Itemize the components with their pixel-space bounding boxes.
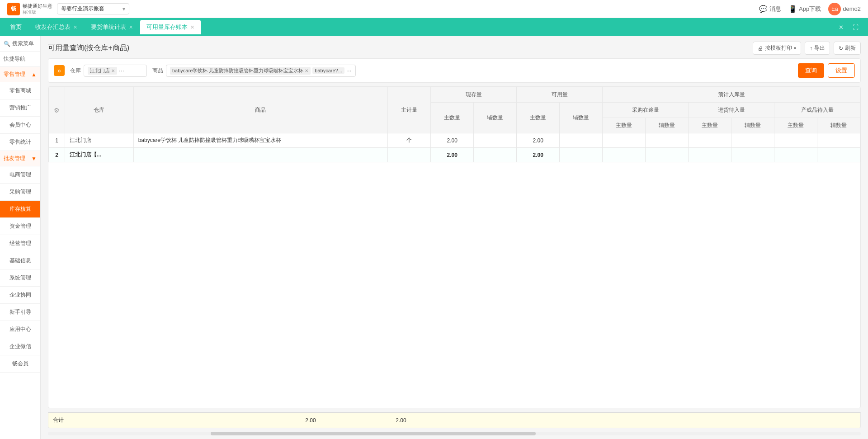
new-guide-label: 新手引导 xyxy=(9,309,31,315)
template-print-label: 按模板打印 xyxy=(765,44,792,52)
sidebar-item-app-center[interactable]: 应用中心 xyxy=(0,321,40,338)
column-settings-icon[interactable]: ⚙ xyxy=(54,107,60,114)
footer-current-main-total: 2.00 xyxy=(288,417,333,424)
refresh-label: 刷新 xyxy=(845,44,856,52)
sidebar-quick-nav[interactable]: 快捷导航 xyxy=(0,52,40,67)
page-title: 可用量查询(按仓库+商品) xyxy=(48,43,129,53)
scrollbar-thumb[interactable] xyxy=(211,432,536,435)
sidebar-item-purchase[interactable]: 采购管理 xyxy=(0,184,40,201)
logo-icon: 畅 xyxy=(7,3,20,15)
row2-pur-transit-main xyxy=(603,148,646,162)
th-current-main-qty: 主数量 xyxy=(431,103,474,133)
product-filter-group: 商品 babycare学饮杯 儿童防摔防撞吸管杯重力球吸嘴杯宝宝水杯 ✕ bab… xyxy=(152,65,356,77)
logo-area: 畅 畅捷通好生意 标准版 xyxy=(7,3,52,15)
th-forecast-inbound-group: 预计入库量 xyxy=(603,87,860,103)
query-btn[interactable]: 查询 xyxy=(798,63,824,78)
marketing-label: 营销推广 xyxy=(9,104,31,111)
close-order-stats-icon[interactable]: ✕ xyxy=(129,24,133,30)
row1-avail-main: 2.00 xyxy=(517,133,560,148)
sidebar-item-operations[interactable]: 经营管理 xyxy=(0,235,40,252)
close-available-ledger-icon[interactable]: ✕ xyxy=(190,24,194,30)
refresh-icon: ↻ xyxy=(839,45,843,52)
settings-btn[interactable]: 设置 xyxy=(828,63,855,78)
footer-avail-main-total: 2.00 xyxy=(378,417,424,424)
home-tab-label: 首页 xyxy=(10,23,22,31)
quick-nav-label: 快捷导航 xyxy=(4,56,25,62)
sidebar-item-new-guide[interactable]: 新手引导 xyxy=(0,304,40,321)
warehouse-tag-value: 江北门店 xyxy=(90,67,110,74)
row2-avail-main: 2.00 xyxy=(517,148,560,162)
close-receive-summary-icon[interactable]: ✕ xyxy=(73,24,77,30)
tab-available-ledger[interactable]: 可用量库存账本 ✕ xyxy=(140,20,201,34)
expand-icon: » xyxy=(57,67,61,74)
row1-pur-transit-aux xyxy=(646,133,689,148)
industry-selector[interactable]: 母婴行业演示账套 ▾ xyxy=(57,3,129,14)
nav-actions: ✕ ⛶ xyxy=(835,22,864,33)
sidebar-item-enterprise[interactable]: 企业协同 xyxy=(0,287,40,304)
maximize-window-btn[interactable]: ⛶ xyxy=(850,22,861,33)
row2-inbound-main xyxy=(689,148,731,162)
th-pur-transit-main: 主数量 xyxy=(603,118,646,133)
sidebar-item-retail-stats[interactable]: 零售统计 xyxy=(0,134,40,151)
user-menu-btn[interactable]: Ea demo2 xyxy=(828,3,861,15)
row2-product-aux xyxy=(817,148,860,162)
message-btn[interactable]: 💬 消息 xyxy=(759,5,781,13)
sidebar-item-inventory[interactable]: 库存核算 xyxy=(0,201,40,218)
sidebar-item-member-vip[interactable]: 畅会员 xyxy=(0,355,40,373)
main-layout: 🔍 搜索菜单 快捷导航 零售管理 ▲ 零售商城 营销推广 会员中心 零售统计 批… xyxy=(0,36,868,439)
th-current-aux-qty: 辅数量 xyxy=(474,103,517,133)
receive-summary-label: 收发存汇总表 xyxy=(35,23,71,31)
th-product-main: 主数量 xyxy=(774,118,817,133)
sidebar-item-member-center[interactable]: 会员中心 xyxy=(0,117,40,134)
row1-product-aux xyxy=(817,133,860,148)
sidebar-search[interactable]: 🔍 搜索菜单 xyxy=(0,36,40,52)
chevron-down-icon: ▾ xyxy=(794,46,796,51)
order-stats-label: 要货单统计表 xyxy=(91,23,126,31)
th-inbound-main: 主数量 xyxy=(689,118,731,133)
sidebar-item-marketing[interactable]: 营销推广 xyxy=(0,99,40,117)
sidebar-item-retail-mgmt[interactable]: 零售管理 ▲ xyxy=(0,67,40,82)
system-mgmt-label: 系统管理 xyxy=(9,274,31,281)
th-product: 商品 xyxy=(133,87,388,133)
row1-product-main xyxy=(774,133,817,148)
product-more-btn[interactable]: ··· xyxy=(346,67,352,74)
product-input[interactable]: babycare学饮杯 儿童防摔防撞吸管杯重力球吸嘴杯宝宝水杯 ✕ babyca… xyxy=(166,65,356,77)
sidebar-item-finance[interactable]: 资金管理 xyxy=(0,218,40,235)
table-row: 2 江北门店【... 2.00 2.00 xyxy=(49,148,860,162)
row2-pur-transit-aux xyxy=(646,148,689,162)
warehouse-tag-remove[interactable]: ✕ xyxy=(111,68,115,73)
th-available-group: 可用量 xyxy=(517,87,603,103)
row2-index: 2 xyxy=(49,148,65,162)
th-warehouse: 仓库 xyxy=(65,87,134,133)
sidebar-item-system-mgmt[interactable]: 系统管理 xyxy=(0,269,40,287)
close-window-btn[interactable]: ✕ xyxy=(835,22,846,33)
enterprise-wechat-label: 企业微信 xyxy=(9,343,31,349)
template-print-btn[interactable]: 🖨 按模板打印 ▾ xyxy=(753,42,801,55)
tab-order-stats[interactable]: 要货单统计表 ✕ xyxy=(85,20,139,34)
refresh-btn[interactable]: ↻ 刷新 xyxy=(834,42,861,55)
sidebar-item-enterprise-wechat[interactable]: 企业微信 xyxy=(0,338,40,355)
product-tag-1-remove[interactable]: ✕ xyxy=(305,68,308,73)
export-btn[interactable]: ↑ 导出 xyxy=(805,42,830,55)
sidebar-item-retail-mall[interactable]: 零售商城 xyxy=(0,82,40,99)
sidebar-item-ecommerce[interactable]: 电商管理 xyxy=(0,166,40,184)
user-avatar: Ea xyxy=(828,3,841,15)
warehouse-input[interactable]: 江北门店 ✕ ··· xyxy=(84,65,147,77)
horizontal-scrollbar[interactable] xyxy=(48,432,861,435)
app-center-label: 应用中心 xyxy=(9,326,31,332)
data-table: ⚙ 仓库 商品 主计量 现存量 可用量 预计入库量 主数量 辅数量 主数量 辅数… xyxy=(48,87,860,162)
purchase-label: 采购管理 xyxy=(9,189,31,195)
tab-home[interactable]: 首页 xyxy=(4,20,28,34)
tab-receive-summary[interactable]: 收发存汇总表 ✕ xyxy=(29,20,84,34)
row2-avail-aux xyxy=(560,148,603,162)
filter-expand-btn[interactable]: » xyxy=(54,65,65,76)
nav-tabs: 首页 收发存汇总表 ✕ 要货单统计表 ✕ 可用量库存账本 ✕ ✕ ⛶ xyxy=(0,18,868,36)
row2-unit xyxy=(388,148,431,162)
sidebar-item-wholesale-mgmt[interactable]: 批发管理 ▼ xyxy=(0,151,40,166)
app-download-btn[interactable]: 📱 App下载 xyxy=(788,5,821,13)
th-pur-transit-aux: 辅数量 xyxy=(646,118,689,133)
warehouse-more-btn[interactable]: ··· xyxy=(119,67,124,74)
industry-label: 母婴行业演示账套 xyxy=(61,5,104,13)
row1-product: babycare学饮杯 儿童防摔防撞吸管杯重力球吸嘴杯宝宝水杯 xyxy=(133,133,388,148)
sidebar-item-basic-info[interactable]: 基础信息 xyxy=(0,252,40,269)
